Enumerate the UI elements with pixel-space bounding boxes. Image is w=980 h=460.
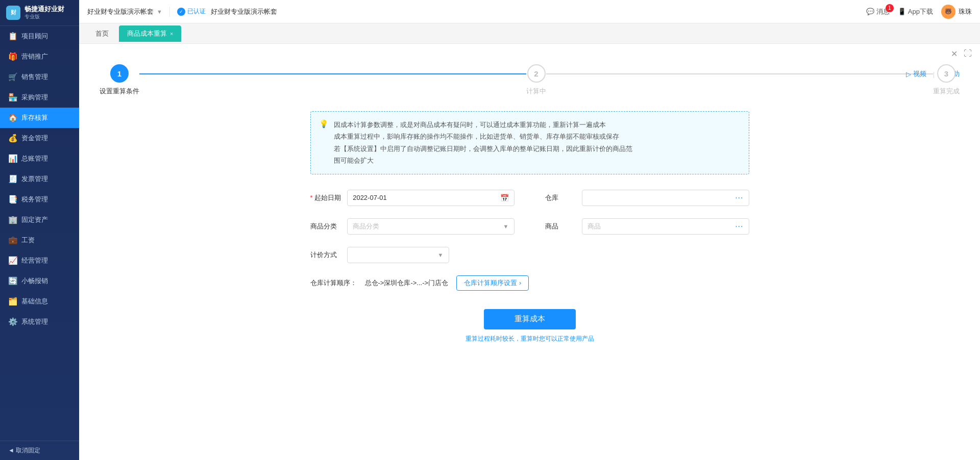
sidebar: 财 畅捷通好业财 专业版 📋 项目顾问 🎁 营销推广 🛒 销售管理 🏪 采购管理… <box>0 0 79 460</box>
video-link[interactable]: ▷ 视频 <box>906 69 926 79</box>
expand-window-icon[interactable]: ⛶ <box>964 49 972 59</box>
sidebar-item-operation[interactable]: 📈 经营管理 <box>0 250 79 271</box>
sidebar-item-finance[interactable]: 💰 资金管理 <box>0 128 79 148</box>
start-date-value: 2022-07-01 <box>353 194 496 201</box>
sidebar-item-tax[interactable]: 📑 税务管理 <box>0 189 79 210</box>
calendar-icon[interactable]: 📅 <box>500 194 509 202</box>
inventory-icon: 🏠 <box>8 113 17 122</box>
finance-icon: 💰 <box>8 134 17 143</box>
pricing-select[interactable]: ▼ <box>347 247 449 263</box>
video-label: 视频 <box>913 69 926 79</box>
notice-line-4: 围可能会扩大 <box>334 155 632 166</box>
warehouse-input[interactable]: ··· <box>582 190 749 206</box>
warehouse-field: 仓库 ··· <box>545 190 749 206</box>
warehouse-order-row: 仓库计算顺序： 总仓->深圳仓库->...->门店仓 仓库计算顺序设置 › <box>310 275 749 291</box>
sidebar-item-label: 系统管理 <box>21 317 48 326</box>
start-date-input[interactable]: 2022-07-01 📅 <box>347 190 514 206</box>
actions-center: 重算成本 重算过程耗时较长，重算时您可以正常使用产品 <box>310 309 749 343</box>
sidebar-item-label: 固定资产 <box>21 215 48 224</box>
sidebar-item-label: 经营管理 <box>21 256 48 265</box>
sidebar-item-invoice[interactable]: 🧾 发票管理 <box>0 169 79 189</box>
category-select[interactable]: 商品分类 ▼ <box>347 218 514 235</box>
start-date-field: 起始日期 2022-07-01 📅 <box>310 190 514 206</box>
step-1-circle: 1 <box>110 64 129 83</box>
notice-line-2: 成本重算过程中，影响库存账的操作均不能操作，比如进货单、销货单、库存单据不能审核… <box>334 131 632 142</box>
message-button[interactable]: 💬 消息 1 <box>866 7 890 16</box>
sidebar-item-marketing[interactable]: 🎁 营销推广 <box>0 46 79 67</box>
warehouse-order-settings-button[interactable]: 仓库计算顺序设置 › <box>456 275 529 291</box>
company-name: 好业财专业版演示帐套 <box>211 7 277 16</box>
sidebar-item-label: 工资 <box>21 236 35 245</box>
recalculate-button[interactable]: 重算成本 <box>484 309 576 329</box>
warehouse-order-arrow-icon: › <box>519 279 521 287</box>
topbar-divider <box>169 7 170 17</box>
form-container: 起始日期 2022-07-01 📅 仓库 ··· 商品分类 <box>310 190 749 343</box>
shield-icon: ✓ <box>177 8 185 16</box>
phone-icon: 📱 <box>898 8 906 15</box>
sidebar-item-expense[interactable]: 🔄 小畅报销 <box>0 271 79 291</box>
sidebar-item-accounting[interactable]: 📊 总账管理 <box>0 148 79 169</box>
username: 珠珠 <box>959 7 972 16</box>
close-window-icon[interactable]: ✕ <box>951 49 958 59</box>
avatar: 🐻 <box>941 5 955 19</box>
step-2: 2 计算中 <box>526 64 546 96</box>
app-download-button[interactable]: 📱 App下载 <box>898 7 933 16</box>
sidebar-item-system[interactable]: ⚙️ 系统管理 <box>0 312 79 332</box>
account-selector[interactable]: 好业财专业版演示帐套 ▼ <box>87 7 162 16</box>
goods-label: 商品 <box>545 222 576 231</box>
user-avatar-area[interactable]: 🐻 珠珠 <box>941 5 972 19</box>
goods-ellipsis-icon[interactable]: ··· <box>735 222 743 231</box>
pricing-label: 计价方式 <box>310 250 341 260</box>
category-placeholder: 商品分类 <box>353 222 503 231</box>
system-icon: ⚙️ <box>8 317 17 326</box>
chevron-down-icon: ▼ <box>503 223 509 229</box>
tab-home-label: 首页 <box>95 29 109 38</box>
sidebar-nav: 📋 项目顾问 🎁 营销推广 🛒 销售管理 🏪 采购管理 🏠 库存核算 💰 资金管… <box>0 26 79 441</box>
sidebar-item-project[interactable]: 📋 项目顾问 <box>0 26 79 46</box>
invoice-icon: 🧾 <box>8 174 17 184</box>
warning-icon: 💡 <box>319 119 329 167</box>
operation-icon: 📈 <box>8 256 17 265</box>
main-area: 好业财专业版演示帐套 ▼ ✓ 已认证 好业财专业版演示帐套 💬 消息 1 📱 A… <box>79 0 980 460</box>
sidebar-item-purchase[interactable]: 🏪 采购管理 <box>0 87 79 108</box>
sidebar-item-inventory[interactable]: 🏠 库存核算 <box>0 108 79 128</box>
sidebar-item-label: 采购管理 <box>21 93 48 102</box>
salary-icon: 💼 <box>8 236 17 245</box>
step-3: 3 重算完成 <box>933 64 960 96</box>
notice-line-3: 若【系统设置】中启用了自动调整记账日期时，会调整入库单的整单记账日期，因此重新计… <box>334 143 632 155</box>
account-name: 好业财专业版演示帐套 <box>87 7 154 16</box>
verified-badge: ✓ 已认证 <box>177 7 206 16</box>
sidebar-item-label: 销售管理 <box>21 72 48 82</box>
step-3-label: 重算完成 <box>933 87 960 96</box>
ellipsis-icon[interactable]: ··· <box>735 193 743 202</box>
window-controls: ✕ ⛶ <box>951 49 972 59</box>
category-field: 商品分类 商品分类 ▼ <box>310 218 514 235</box>
play-icon: ▷ <box>906 70 911 78</box>
unpin-button[interactable]: ◄ 取消固定 <box>0 441 79 460</box>
tab-close-icon[interactable]: × <box>170 31 173 37</box>
sidebar-logo: 财 畅捷通好业财 专业版 <box>0 0 79 26</box>
assets-icon: 🏢 <box>8 215 17 224</box>
sidebar-item-label: 总账管理 <box>21 154 48 163</box>
sidebar-item-sales[interactable]: 🛒 销售管理 <box>0 67 79 87</box>
goods-input[interactable]: 商品 ··· <box>582 218 749 235</box>
warehouse-order-btn-label: 仓库计算顺序设置 <box>464 278 517 288</box>
step-line-2 <box>546 73 933 74</box>
expense-icon: 🔄 <box>8 276 17 286</box>
goods-field: 商品 商品 ··· <box>545 218 749 235</box>
pricing-row: 计价方式 ▼ <box>310 247 749 263</box>
sidebar-item-salary[interactable]: 💼 工资 <box>0 230 79 250</box>
sidebar-item-assets[interactable]: 🏢 固定资产 <box>0 210 79 230</box>
form-row-1: 起始日期 2022-07-01 📅 仓库 ··· <box>310 190 749 206</box>
step-1: 1 设置重算条件 <box>100 64 139 96</box>
sidebar-item-label: 营销推广 <box>21 52 48 61</box>
tax-icon: 📑 <box>8 195 17 204</box>
topbar-right: 💬 消息 1 📱 App下载 🐻 珠珠 <box>866 5 972 19</box>
sales-icon: 🛒 <box>8 72 17 82</box>
tabs-bar: 首页 商品成本重算 × <box>79 23 980 44</box>
step-2-circle: 2 <box>527 64 546 83</box>
sidebar-item-label: 基础信息 <box>21 297 48 306</box>
sidebar-item-basic[interactable]: 🗂️ 基础信息 <box>0 291 79 312</box>
tab-recalculate[interactable]: 商品成本重算 × <box>119 25 181 42</box>
tab-home[interactable]: 首页 <box>87 25 117 42</box>
